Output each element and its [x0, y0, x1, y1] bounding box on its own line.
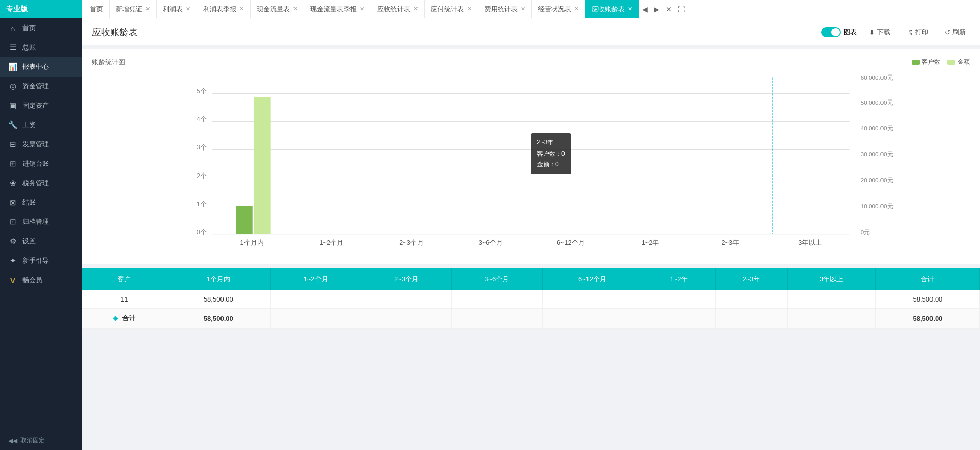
- sidebar-item-vip[interactable]: V 畅会员: [0, 270, 82, 290]
- total-row: ◈ 合计 58,500.00 58,500.00: [82, 309, 980, 329]
- legend-customers-label: 客户数: [922, 58, 940, 66]
- sidebar-item-tax[interactable]: ❀ 税务管理: [0, 173, 82, 193]
- vip-icon: V: [8, 276, 17, 285]
- total-m5: [542, 309, 643, 329]
- total-m4: [452, 309, 542, 329]
- download-btn[interactable]: ⬇ 下载: [865, 26, 894, 39]
- svg-text:5个: 5个: [197, 88, 207, 95]
- legend-customers: 客户数: [912, 58, 940, 66]
- invoice-icon: ⊟: [8, 140, 17, 149]
- tab-fullscreen-btn[interactable]: ⛶: [675, 0, 688, 18]
- svg-text:6~12个月: 6~12个月: [557, 239, 585, 246]
- sidebar-item-assets[interactable]: ▣ 固定资产: [0, 96, 82, 115]
- tab-profit-q-label: 利润表季报: [203, 5, 236, 14]
- chart-toggle[interactable]: 图表: [821, 27, 857, 37]
- sidebar-label-vip: 畅会员: [22, 276, 42, 285]
- closing-icon: ⊠: [8, 198, 17, 207]
- tab-profit-q[interactable]: 利润表季报 ✕: [197, 0, 251, 18]
- tab-expense[interactable]: 费用统计表 ✕: [478, 0, 532, 18]
- refresh-btn[interactable]: ↺ 刷新: [941, 26, 970, 39]
- row-m6: [643, 290, 715, 309]
- total-m6: [643, 309, 715, 329]
- tab-home[interactable]: 首页: [84, 0, 110, 18]
- collapse-label: 取消固定: [20, 436, 45, 445]
- tab-home-label: 首页: [90, 5, 103, 14]
- svg-text:2个: 2个: [197, 172, 207, 180]
- chart-toggle-label: 图表: [844, 28, 857, 37]
- col-m2: 1~2个月: [271, 268, 361, 290]
- collapse-sidebar-btn[interactable]: ◀◀ 取消固定: [0, 431, 82, 450]
- sidebar-label-capital: 资金管理: [22, 82, 49, 91]
- sidebar-item-ledger[interactable]: ☰ 总账: [0, 38, 82, 57]
- tab-voucher-close[interactable]: ✕: [145, 6, 150, 12]
- sidebar-item-salary[interactable]: 🔧 工资: [0, 115, 82, 135]
- sidebar-item-home[interactable]: ⌂ 首页: [0, 18, 82, 38]
- tab-prev-btn[interactable]: ◀: [639, 0, 651, 18]
- tab-cashflow-q[interactable]: 现金流量表季报 ✕: [304, 0, 371, 18]
- tab-voucher[interactable]: 新增凭证 ✕: [110, 0, 157, 18]
- tab-ar-stats[interactable]: 应收统计表 ✕: [371, 0, 425, 18]
- guide-icon: ✦: [8, 256, 17, 265]
- svg-text:30,000.00元: 30,000.00元: [861, 151, 893, 157]
- page-title: 应收账龄表: [92, 26, 138, 38]
- svg-text:3个: 3个: [197, 144, 207, 151]
- tab-ap-stats-close[interactable]: ✕: [467, 6, 472, 12]
- page-header: 应收账龄表 图表 ⬇ 下载 🖨 打印 ↺ 刷新: [82, 18, 980, 45]
- assets-icon: ▣: [8, 101, 17, 110]
- svg-text:2~3个月: 2~3个月: [399, 239, 424, 246]
- col-customer: 客户: [82, 268, 166, 290]
- header-actions: 图表 ⬇ 下载 🖨 打印 ↺ 刷新: [821, 26, 970, 39]
- tab-cashflow[interactable]: 现金流量表 ✕: [251, 0, 304, 18]
- tab-biz-status[interactable]: 经营状况表 ✕: [532, 0, 585, 18]
- sidebar-item-invoice[interactable]: ⊟ 发票管理: [0, 135, 82, 154]
- sidebar-label-inventory: 进销台账: [22, 159, 49, 168]
- tab-profit-q-close[interactable]: ✕: [239, 6, 244, 12]
- row-m4: [452, 290, 542, 309]
- table-row: 11 58,500.00 58,500.00: [82, 290, 980, 309]
- tab-expense-close[interactable]: ✕: [521, 6, 525, 12]
- sidebar-item-closing[interactable]: ⊠ 结账: [0, 193, 82, 212]
- svg-text:1个: 1个: [197, 201, 207, 208]
- salary-icon: 🔧: [8, 120, 17, 130]
- col-total: 合计: [875, 268, 979, 290]
- total-m2: [271, 309, 361, 329]
- tab-biz-status-close[interactable]: ✕: [574, 6, 579, 12]
- sidebar-label-closing: 结账: [22, 198, 36, 207]
- tab-cashflow-q-close[interactable]: ✕: [360, 6, 364, 12]
- tab-next-btn[interactable]: ▶: [651, 0, 663, 18]
- total-label-text: 合计: [122, 314, 135, 322]
- col-m3: 2~3个月: [361, 268, 451, 290]
- sidebar-label-tax: 税务管理: [22, 179, 49, 188]
- tab-ar-aging-close[interactable]: ✕: [628, 6, 632, 12]
- home-icon: ⌂: [8, 24, 17, 33]
- chart-wrapper: 0个 1个 2个 3个 4个 5个 0元 10,000.00元 20,000.0…: [92, 72, 970, 256]
- tab-profit-label: 利润表: [163, 5, 183, 14]
- sidebar-item-inventory[interactable]: ⊞ 进销台账: [0, 154, 82, 173]
- toggle-track[interactable]: [821, 27, 841, 37]
- tab-cashflow-close[interactable]: ✕: [293, 6, 298, 12]
- archive-icon: ⊡: [8, 217, 17, 227]
- tab-close-all-btn[interactable]: ✕: [663, 0, 675, 18]
- data-table: 客户 1个月内 1~2个月 2~3个月 3~6个月 6~12个月 1~2年 2~…: [82, 268, 980, 329]
- row-m7: [715, 290, 788, 309]
- download-label: 下载: [877, 28, 890, 37]
- tab-ar-aging[interactable]: 应收账龄表 ✕: [585, 0, 639, 18]
- chart-legend: 客户数 金额: [912, 58, 970, 66]
- sidebar-item-capital[interactable]: ◎ 资金管理: [0, 77, 82, 96]
- sidebar-item-settings[interactable]: ⚙ 设置: [0, 232, 82, 251]
- row-m5: [542, 290, 643, 309]
- sidebar-item-archive[interactable]: ⊡ 归档管理: [0, 212, 82, 232]
- reports-icon: 📊: [8, 62, 17, 71]
- tab-ar-stats-close[interactable]: ✕: [413, 6, 418, 12]
- row-m8: [788, 290, 875, 309]
- tab-ap-stats[interactable]: 应付统计表 ✕: [425, 0, 478, 18]
- sidebar-item-reports[interactable]: 📊 报表中心: [0, 57, 82, 77]
- tab-profit[interactable]: 利润表 ✕: [157, 0, 197, 18]
- tab-profit-close[interactable]: ✕: [186, 6, 190, 12]
- tab-ap-stats-label: 应付统计表: [431, 5, 464, 14]
- tab-cashflow-q-label: 现金流量表季报: [310, 5, 357, 14]
- print-btn[interactable]: 🖨 打印: [902, 26, 933, 39]
- sidebar-item-guide[interactable]: ✦ 新手引导: [0, 251, 82, 270]
- legend-amount-label: 金额: [958, 58, 970, 66]
- svg-text:3~6个月: 3~6个月: [479, 239, 503, 246]
